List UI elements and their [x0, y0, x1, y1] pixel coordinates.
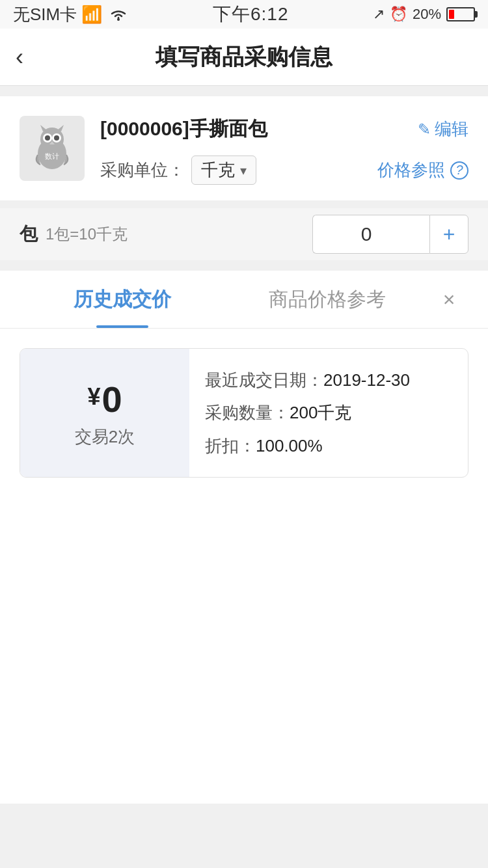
yen-symbol: ¥ — [87, 383, 100, 411]
unit-label: 采购单位： — [100, 159, 185, 182]
history-price-summary: ¥ 0 交易2次 — [20, 349, 189, 477]
quantity-label: 采购数量： — [205, 403, 290, 422]
quantity-input[interactable] — [312, 215, 429, 254]
page-title: 填写商品采购信息 — [156, 42, 332, 72]
product-image: 数计 — [26, 122, 78, 174]
tab-close-button[interactable]: × — [429, 271, 468, 328]
history-price-details: 最近成交日期：2019-12-30 采购数量：200千克 折扣：100.00% — [189, 349, 468, 477]
quantity-unit-info: 包 1包=10千克 — [20, 222, 128, 247]
location-icon: ↗ — [373, 6, 385, 23]
quantity-input-area: + — [312, 215, 468, 254]
tab-product-price-ref[interactable]: 商品价格参考 — [224, 271, 429, 328]
discount-value: 100.00% — [256, 436, 323, 455]
svg-point-5 — [45, 135, 50, 141]
price-ref-info-icon: ? — [450, 161, 468, 180]
quantity-value: 200千克 — [290, 403, 351, 422]
history-price-value: ¥ 0 — [87, 378, 122, 420]
price-reference-button[interactable]: 价格参照 ? — [377, 159, 468, 182]
tab-content-area: ¥ 0 交易2次 最近成交日期：2019-12-30 采购数量：200千克 折扣… — [0, 348, 488, 804]
nav-bar: ‹ 填写商品采购信息 — [0, 29, 488, 86]
price-number: 0 — [102, 378, 122, 420]
product-name-row: [0000006]手撕面包 ✎ 编辑 — [100, 116, 468, 142]
history-price-card: ¥ 0 交易2次 最近成交日期：2019-12-30 采购数量：200千克 折扣… — [20, 348, 468, 478]
date-label: 最近成交日期： — [205, 370, 323, 390]
status-right: ↗ ⏰ 20% — [373, 6, 475, 23]
quantity-row: 包 1包=10千克 + — [0, 208, 488, 260]
status-time: 下午6:12 — [213, 2, 289, 27]
tab-price-ref-label: 商品价格参考 — [269, 286, 386, 313]
tab-active-underline — [96, 325, 148, 328]
battery-percent: 20% — [413, 6, 441, 23]
carrier-text: 无SIM卡 📶 — [13, 3, 102, 26]
status-left: 无SIM卡 📶 — [13, 3, 128, 26]
discount-label: 折扣： — [205, 436, 256, 455]
transaction-count: 交易2次 — [75, 426, 135, 448]
quantity-conversion-text: 1包=10千克 — [46, 224, 128, 245]
chevron-down-icon: ▾ — [240, 163, 247, 178]
unit-select-dropdown[interactable]: 千克 ▾ — [191, 156, 256, 185]
date-value: 2019-12-30 — [323, 370, 410, 390]
product-info: [0000006]手撕面包 ✎ 编辑 采购单位： 千克 ▾ 价格参照 ? — [100, 116, 468, 185]
edit-button[interactable]: ✎ 编辑 — [418, 118, 468, 141]
product-name: [0000006]手撕面包 — [100, 116, 267, 142]
product-thumbnail: 数计 — [20, 116, 85, 181]
quantity-bao-label: 包 — [20, 222, 38, 247]
alarm-icon: ⏰ — [390, 6, 407, 23]
svg-marker-9 — [57, 125, 64, 131]
svg-marker-8 — [40, 125, 47, 131]
svg-text:数计: 数计 — [45, 152, 59, 160]
tab-header: 历史成交价 商品价格参考 × — [0, 271, 488, 329]
wifi-icon — [109, 7, 128, 21]
history-detail-date: 最近成交日期：2019-12-30 — [205, 368, 452, 392]
tab-section: 历史成交价 商品价格参考 × ¥ 0 交易2次 最近成交日期：2019-12-3… — [0, 271, 488, 804]
edit-label: 编辑 — [435, 118, 468, 141]
product-card: 数计 [0000006]手撕面包 ✎ 编辑 采购单位： 千克 ▾ 价格参照 ? — [0, 96, 488, 200]
history-detail-discount: 折扣：100.00% — [205, 434, 452, 457]
battery-icon — [446, 7, 475, 21]
edit-icon: ✎ — [418, 120, 431, 139]
tab-history-price[interactable]: 历史成交价 — [20, 271, 224, 328]
status-bar: 无SIM卡 📶 下午6:12 ↗ ⏰ 20% — [0, 0, 488, 29]
price-ref-label: 价格参照 — [377, 159, 445, 182]
product-unit-row: 采购单位： 千克 ▾ 价格参照 ? — [100, 156, 468, 185]
unit-selector-group: 采购单位： 千克 ▾ — [100, 156, 256, 185]
quantity-plus-button[interactable]: + — [429, 215, 468, 254]
svg-point-6 — [54, 135, 59, 141]
tab-history-label: 历史成交价 — [74, 286, 171, 313]
back-button[interactable]: ‹ — [16, 44, 23, 71]
history-detail-quantity: 采购数量：200千克 — [205, 401, 452, 424]
svg-point-0 — [117, 18, 120, 21]
unit-select-value: 千克 — [201, 159, 235, 182]
